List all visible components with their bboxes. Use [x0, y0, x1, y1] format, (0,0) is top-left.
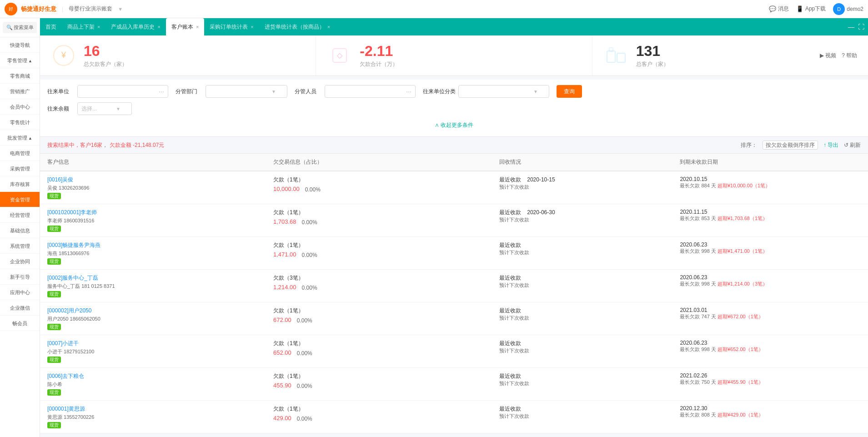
overdue-link-3[interactable]: 超期¥1,471.00（1笔） [717, 248, 768, 254]
remaining-select[interactable]: 选择... ▼ [77, 102, 132, 115]
customer-name-1[interactable]: [0016]吴俊 [47, 176, 273, 184]
search-menu-button[interactable]: 🔍 搜索菜单 [3, 22, 37, 33]
customer-tag-7: 现货 [47, 389, 61, 396]
search-button[interactable]: 查询 [557, 85, 582, 98]
tab-import-stats[interactable]: 进货单统计表（按商品） × [259, 18, 336, 35]
filter-unit-class-label: 往来单位分类 [423, 88, 456, 95]
help-icon: ? [842, 52, 845, 59]
content-area: ¥ 16 总欠款客户（家） ◇ [40, 35, 868, 437]
sidebar-item-ecommerce[interactable]: 电商管理 [0, 146, 40, 161]
return-info-6: 最近收款 预计下次收款 [499, 340, 680, 354]
customer-name-2[interactable]: [0001020001]李老师 [47, 209, 273, 216]
stat-value-owed: -2.11 [360, 43, 398, 60]
stat-value-total: 131 [636, 43, 669, 60]
customer-info-2: [0001020001]李老师 李老师 18600391516 现货 [47, 209, 273, 232]
sidebar-item-member[interactable]: 会员中心 [0, 99, 40, 115]
owe-info-3: 欠款（1笔） 1,471.00 0.00% [273, 241, 499, 258]
tab-product-off[interactable]: 商品上下架 × [62, 18, 105, 35]
customer-tag-2: 现货 [47, 226, 61, 232]
export-btn[interactable]: ↑ 导出 [823, 141, 838, 149]
sidebar-item-retail-mall[interactable]: 零售商城 [0, 68, 40, 84]
user-area[interactable]: D demo2 [833, 3, 863, 15]
unit-class-select[interactable]: ▼ [458, 85, 549, 98]
overdue-link-5[interactable]: 超期¥672.00（1笔） [717, 314, 763, 319]
owe-info-4: 欠款（3笔） 1,214.00 0.00% [273, 274, 499, 291]
sidebar-item-guide[interactable]: 新手引导 [0, 269, 40, 285]
sidebar-item-marketing[interactable]: 营销推广 [0, 84, 40, 99]
close-tab-purchase-stats[interactable]: × [251, 24, 253, 30]
maximize-btn[interactable]: ⛶ [858, 23, 864, 30]
customer-name-8[interactable]: [000001]黄思源 [47, 405, 273, 413]
sidebar-item-vip[interactable]: 畅会员 [0, 316, 40, 331]
overdue-link-8[interactable]: 超期¥429.00（1笔） [717, 412, 763, 417]
tab-customer-account[interactable]: 客户账本 × [166, 18, 204, 35]
stat-card1-info: 16 总欠款客户（家） [84, 43, 127, 68]
owe-info-2: 欠款（1笔） 1,703.68 0.00% [273, 209, 499, 226]
owe-info-5: 欠款（1笔） 672.00 0.00% [273, 307, 499, 324]
video-btn[interactable]: ▶ 视频 [820, 52, 836, 60]
return-info-3: 最近收款 预计下次收款 [499, 241, 680, 256]
overdue-link-2[interactable]: 超期¥1,703.68（1笔） [717, 216, 768, 221]
company-name: 母婴行业演示账套 [69, 5, 112, 13]
overdue-link-7[interactable]: 超期¥455.90（1笔） [717, 379, 763, 385]
col-header-date: 到期未收款日期 [680, 158, 861, 166]
overdue-link-6[interactable]: 超期¥652.00（1笔） [717, 347, 763, 352]
person-input[interactable]: ··· [325, 85, 416, 98]
customer-info-3: [0003]畅捷服务尹海燕 海燕 18513066976 现货 [47, 241, 273, 265]
close-tab-customer-account[interactable]: × [196, 24, 199, 30]
stat-icon-owed: ¥ [51, 43, 76, 68]
stat-card3-actions: ▶ 视频 ? 帮助 [820, 52, 857, 60]
customer-name-6[interactable]: [0007]小进干 [47, 340, 273, 347]
stat-icon-total-owed: ◇ [327, 43, 352, 68]
tab-product-history[interactable]: 产成品入库单历史 × [105, 18, 166, 35]
refresh-btn[interactable]: ↺ 刷新 [844, 141, 861, 149]
customer-info-1: [0016]吴俊 吴俊 13026203696 现货 [47, 176, 273, 199]
overdue-link-1[interactable]: 超期¥10,000.00（1笔） [717, 183, 770, 188]
sort-select[interactable]: 按欠款金额倒序排序 [763, 141, 818, 150]
customer-info-7: [0006]去下粮仓 陈小希 现货 [47, 372, 273, 396]
sidebar-item-wechat[interactable]: 企业微信 [0, 300, 40, 316]
table-row: [0006]去下粮仓 陈小希 现货 欠款（1笔） 455.90 0.00% [40, 368, 868, 401]
from-unit-input[interactable]: ··· [77, 85, 168, 98]
svg-text:◇: ◇ [337, 51, 343, 59]
sidebar-item-inventory[interactable]: 库存核算 [0, 176, 40, 192]
stats-row: ¥ 16 总欠款客户（家） ◇ [40, 35, 868, 76]
sidebar-item-retail-stats[interactable]: 零售统计 [0, 115, 40, 130]
sidebar-item-app-center[interactable]: 应用中心 [0, 285, 40, 300]
dept-select[interactable]: ▼ [206, 85, 287, 98]
sidebar-item-base-info[interactable]: 基础信息 [0, 223, 40, 238]
customer-name-7[interactable]: [0006]去下粮仓 [47, 372, 273, 380]
customer-tag-3: 现货 [47, 258, 61, 265]
unit-class-chevron-icon: ▼ [533, 89, 538, 94]
sidebar-item-retail-mgmt[interactable]: 零售管理 ▲ [0, 53, 40, 68]
due-info-5: 2021.03.01 最长欠款 747 天 超期¥672.00（1笔） [680, 307, 861, 320]
due-info-6: 2020.06.23 最长欠款 998 天 超期¥652.00（1笔） [680, 340, 861, 353]
filter-remaining-label: 往来余额 [47, 105, 75, 113]
due-info-2: 2020.11.15 最长欠款 853 天 超期¥1,703.68（1笔） [680, 209, 861, 222]
minimize-btn[interactable]: — [848, 23, 854, 30]
app-download-btn[interactable]: 📱 App下载 [796, 5, 826, 13]
sidebar-item-purchase[interactable]: 采购管理 [0, 161, 40, 176]
sidebar-item-enterprise[interactable]: 企业协同 [0, 254, 40, 269]
sidebar-item-quick-nav[interactable]: 快捷导航 [0, 37, 40, 53]
stat-label-customers: 总欠款客户（家） [84, 60, 127, 68]
customer-name-3[interactable]: [0003]畅捷服务尹海燕 [47, 241, 273, 249]
tab-home[interactable]: 首页 [40, 18, 62, 35]
tab-bar: 首页 商品上下架 × 产成品入库单历史 × 客户账本 × [40, 18, 868, 35]
close-tab-import-stats[interactable]: × [327, 24, 330, 30]
sidebar-item-system[interactable]: 系统管理 [0, 238, 40, 254]
return-info-1: 最近收款 2020-10-15 预计下次收款 [499, 176, 680, 191]
close-tab-product-history[interactable]: × [157, 24, 160, 30]
sidebar-item-finance[interactable]: 资金管理 [0, 192, 40, 207]
close-tab-product-off[interactable]: × [97, 24, 100, 30]
sidebar-item-batch-mgmt[interactable]: 批发管理 ▲ [0, 130, 40, 146]
customer-phone-1: 吴俊 13026203696 [47, 185, 273, 191]
tab-purchase-stats[interactable]: 采购订单统计表 × [204, 18, 259, 35]
help-btn[interactable]: ? 帮助 [842, 52, 857, 60]
message-btn[interactable]: 💬 消息 [769, 5, 789, 13]
sidebar-item-operations[interactable]: 经营管理 [0, 207, 40, 223]
customer-name-4[interactable]: [0002]服务中心_丁磊 [47, 274, 273, 282]
overdue-link-4[interactable]: 超期¥1,214.00（3笔） [717, 281, 768, 286]
customer-name-5[interactable]: [000002]用户2050 [47, 307, 273, 315]
collapse-filters-btn[interactable]: ∧ 收起更多条件 [47, 120, 861, 131]
